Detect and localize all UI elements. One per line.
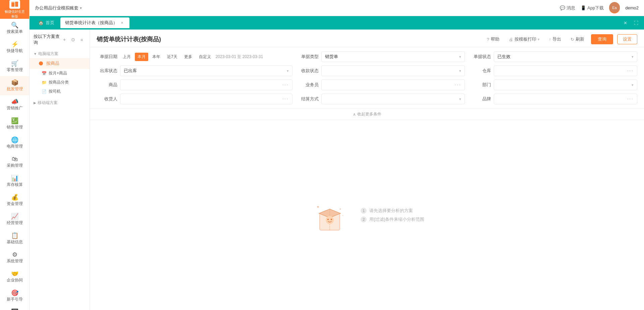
message-icon: 💬 <box>560 5 565 10</box>
filter-area: 单据日期 上月 本月 本年 近7天 更多 自定义 2023-03-01 <box>90 47 644 109</box>
settings-button[interactable]: 设置 <box>617 34 637 44</box>
receipt-status-input[interactable]: ▾ <box>321 65 465 76</box>
tree-sub-item-month-goods[interactable]: 📅 按月+商品 <box>30 69 90 78</box>
sidebar-item-apps[interactable]: 🔲 应用中心 <box>0 306 30 310</box>
window-close-button[interactable]: ✕ <box>621 19 629 27</box>
empty-state: ✦ ✦ ✦ 1 请先选择要分析的方案 2 用[过滤]条件来缩小分析范围 <box>90 120 644 310</box>
message-label: 消息 <box>567 5 575 11</box>
empty-tip-2: 2 用[过滤]条件来缩小分析范围 <box>361 216 424 222</box>
filter-row-1: 单据日期 上月 本月 本年 近7天 更多 自定义 2023-03-01 <box>97 51 637 62</box>
print-button[interactable]: 🖨 按模板打印 ▾ <box>506 35 542 44</box>
brand-input[interactable]: ··· <box>494 94 637 104</box>
tree-sub-item-driver[interactable]: 📄 按司机 <box>30 87 90 96</box>
salesman-label: 业务员 <box>298 82 321 88</box>
guide-icon: 🎯 <box>11 290 18 296</box>
page-header: 销货单统计计表(按商品) ? 帮助 🖨 按模板打印 ▾ ↑ 导出 <box>90 30 644 47</box>
tree-item-by-goods[interactable]: 按商品 <box>30 58 90 69</box>
sidebar-item-operation[interactable]: 📈 经营管理 <box>0 210 30 229</box>
out-status-value: 已出库 <box>124 68 137 74</box>
svg-point-9 <box>327 219 329 220</box>
folder-icon: 📁 <box>42 80 47 85</box>
tree-sub-item-goods-category[interactable]: 📁 按商品分类 <box>30 78 90 87</box>
sidebar-item-system[interactable]: ⚙ 系统管理 <box>0 248 30 267</box>
sidebar-item-ecommerce[interactable]: 🌐 电商管理 <box>0 134 30 153</box>
sidebar-label-basic: 基础信息 <box>7 239 23 245</box>
export-button[interactable]: ↑ 导出 <box>546 35 564 44</box>
date-tab-custom[interactable]: 自定义 <box>196 53 214 61</box>
tree-group-pc-label[interactable]: ▼ 电脑端方案 <box>30 50 90 58</box>
tree-sub-item-driver-label: 按司机 <box>49 89 61 94</box>
sidebar-item-sales[interactable]: 💹 销售管理 <box>0 114 30 134</box>
sidebar-item-wholesale[interactable]: 📦 批发管理 <box>0 76 30 95</box>
sidebar-item-marketing[interactable]: 📣 营销推广 <box>0 95 30 114</box>
purchase-icon: 🛍 <box>12 156 18 162</box>
main-area: 办公用品行业模拟账套 ▾ 💬 消息 📱 App下载 Ea <box>30 0 644 310</box>
panel-collapse-button[interactable]: « <box>78 36 86 43</box>
svg-rect-0 <box>11 3 14 7</box>
date-tab-last-month[interactable]: 上月 <box>120 53 133 61</box>
page-actions: ? 帮助 🖨 按模板打印 ▾ ↑ 导出 ↻ 刷新 <box>484 34 637 44</box>
out-status-input[interactable]: 已出库 ▾ <box>120 65 292 76</box>
sidebar-label-purchase: 采购管理 <box>7 163 23 168</box>
empty-tip-1-label: 请先选择要分析的方案 <box>369 208 413 214</box>
tab-home[interactable]: 🏠 首页 <box>34 17 59 28</box>
panel-settings-button[interactable]: ⊙ <box>69 36 77 43</box>
sidebar-item-inventory[interactable]: 📊 库存核算 <box>0 172 30 191</box>
date-tab-7days[interactable]: 近7天 <box>164 53 180 61</box>
payment-input[interactable]: ▾ <box>321 94 465 104</box>
workspace-selector[interactable]: 办公用品行业模拟账套 ▾ <box>35 5 82 11</box>
tree-mobile-expand-icon: ▶ <box>34 101 36 105</box>
panel-header-label: 按以下方案查询 <box>34 34 61 46</box>
sidebar-item-enterprise[interactable]: 🤝 企业协同 <box>0 267 30 287</box>
sidebar-logo[interactable]: 畅捷信好生意 标版 <box>0 0 30 19</box>
user-avatar[interactable]: Ea <box>609 3 620 13</box>
retail-icon: 🛒 <box>11 60 18 66</box>
query-button[interactable]: 查询 <box>591 34 613 44</box>
app-download-label: App下载 <box>587 5 604 11</box>
by-goods-icon <box>38 60 44 67</box>
help-button[interactable]: ? 帮助 <box>484 35 502 44</box>
tab-home-label: 首页 <box>46 20 54 26</box>
date-tab-more[interactable]: 更多 <box>181 53 195 61</box>
tab-close-icon[interactable]: × <box>119 20 125 25</box>
sidebar-item-guide[interactable]: 🎯 新手引导 <box>0 287 30 306</box>
collapse-bar[interactable]: ∧ 收起更多条件 <box>90 109 644 120</box>
tree-group-mobile-label[interactable]: ▶ 移动端方案 <box>30 99 90 107</box>
salesman-input[interactable]: ··· <box>321 80 465 90</box>
sidebar-item-purchase[interactable]: 🛍 采购管理 <box>0 153 30 172</box>
date-tab-this-year[interactable]: 本年 <box>150 53 163 61</box>
panel-header: 按以下方案查询 + ⊙ « <box>30 34 90 48</box>
content-area: 按以下方案查询 + ⊙ « ▼ 电脑端方案 <box>30 30 644 310</box>
refresh-button[interactable]: ↻ 刷新 <box>568 35 587 44</box>
department-input[interactable]: ▾ <box>494 80 637 90</box>
doc-status-value: 已生效 <box>497 54 511 60</box>
logo-subtitle: 标版 <box>11 14 18 19</box>
calendar-icon: 📅 <box>42 71 47 76</box>
warehouse-input[interactable]: ··· <box>494 65 637 76</box>
brand-label: 品牌 <box>470 96 494 102</box>
date-tab-this-month[interactable]: 本月 <box>135 53 148 61</box>
receiver-input[interactable]: ··· <box>120 94 292 104</box>
message-button[interactable]: 💬 消息 <box>560 5 575 11</box>
panel-add-button[interactable]: + <box>61 36 68 43</box>
help-label: 帮助 <box>491 36 499 42</box>
sidebar-item-finance[interactable]: 💰 资金管理 <box>0 191 30 210</box>
sidebar-item-basic[interactable]: 📋 基础信息 <box>0 229 30 248</box>
user-avatar-image: Ea <box>609 2 620 14</box>
svg-text:✦: ✦ <box>316 205 320 209</box>
username-label: demo2 <box>625 5 639 10</box>
tree-expand-icon: ▼ <box>34 52 37 56</box>
driver-icon: 📄 <box>42 89 47 94</box>
receiver-label: 收货人 <box>97 96 120 102</box>
window-maximize-button[interactable]: ⛶ <box>632 19 640 27</box>
sidebar-item-search[interactable]: 🔍 搜索菜单 <box>0 19 30 38</box>
app-download-button[interactable]: 📱 App下载 <box>581 5 604 11</box>
out-status-label: 出库状态 <box>97 68 120 74</box>
sidebar-item-retail[interactable]: 🛒 零售管理 <box>0 57 30 76</box>
goods-input[interactable]: ··· <box>120 80 292 90</box>
sidebar-item-quicknav[interactable]: ⚡ 快捷导航 <box>0 38 30 57</box>
doc-status-input[interactable]: 已生效 ▾ <box>494 51 637 62</box>
tree-item-by-goods-label: 按商品 <box>46 60 59 66</box>
doc-type-input[interactable]: 销货单 ▾ <box>321 51 465 62</box>
tab-current[interactable]: 销货单统计计表（按商品） × <box>60 17 129 28</box>
